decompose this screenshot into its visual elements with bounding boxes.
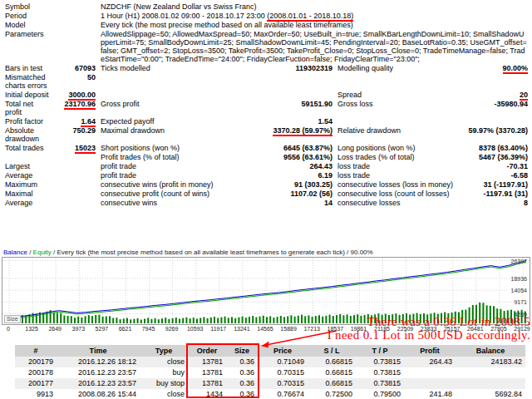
stat-label: Modelling quality (335, 63, 460, 72)
trade-cell: 241.48 (404, 389, 456, 399)
stats-row: ParametersAllowedSlippage=50; AllowedMax… (2, 29, 530, 63)
stat-label: Profit factor (2, 116, 52, 126)
stat-label: Loss trades (% of total) (335, 152, 460, 161)
stats-row: SymbolNZDCHF (New Zealand Dollar vs Swis… (2, 2, 530, 11)
x-tick: 17213 (303, 326, 319, 332)
trade-cell: 0.36 (226, 389, 258, 399)
stat-value: 8378 (63.40%) (460, 143, 530, 152)
stat-value: 119302319 (238, 63, 335, 72)
stat-value (335, 116, 460, 126)
size-label: Size (4, 315, 21, 323)
trade-cell: 0.76674 (258, 389, 308, 399)
stat-value: 90.00% (460, 63, 530, 72)
trade-cell: close (140, 357, 188, 367)
trade-cell: close (140, 389, 188, 399)
stat-value: NZDCHF (New Zealand Dollar vs Swiss Fran… (98, 2, 530, 11)
x-tick: 6621 (119, 326, 132, 332)
trade-cell: 5692.84 (456, 389, 525, 399)
trade-row[interactable]: 2001792016.12.26 18:12close137810.360.71… (15, 357, 525, 367)
stats-row: Largestprofit trade264.43loss trade-70.3… (2, 161, 530, 170)
stat-value (52, 161, 98, 170)
stat-label: Initial deposit (2, 90, 52, 99)
trade-cell: 200179 (15, 357, 57, 367)
stat-value: -70.31 (460, 161, 530, 170)
x-tick: 0 (7, 326, 10, 332)
trade-cell: 0.36 (226, 367, 258, 378)
stat-value: -1197.91 (31) (460, 189, 530, 198)
stat-label: Symbol (2, 2, 98, 11)
chart-subtitle: / Every tick (the most precise method ba… (52, 249, 373, 256)
trade-cell: 1434 (188, 389, 226, 399)
trade-cell: buy (140, 367, 188, 378)
x-tick: 5297 (96, 326, 109, 332)
x-tick: 10593 (187, 326, 203, 332)
trade-table: #TimeTypeOrderSizePriceS / LT / PProfitB… (15, 345, 525, 399)
trade-cell (456, 378, 525, 389)
stats-row: Averageprofit trade6.19loss trade-6.58 (2, 170, 530, 180)
stat-value: -6.58 (460, 170, 530, 180)
col-header-size: Size (226, 345, 258, 357)
legend-equity: Equity (33, 249, 52, 256)
trade-cell: 0.70315 (258, 378, 308, 389)
stat-label: Total trades (2, 143, 52, 152)
stat-value (238, 90, 335, 99)
stat-value (52, 189, 98, 198)
stat-value (2, 152, 52, 161)
col-header-#: # (15, 345, 57, 357)
stat-value: 31 (-1197.91) (460, 180, 530, 189)
col-header-sl: S / L (308, 345, 356, 357)
y-tick: 9171 (514, 299, 527, 305)
trade-cell (404, 378, 456, 389)
x-tick: 9269 (165, 326, 179, 332)
stat-value: 3370.28 (59.97%) (238, 126, 335, 143)
trade-cell: 0.36 (226, 357, 258, 367)
stat-value: 3000.00 (52, 90, 98, 99)
stat-value: 750.29 (52, 126, 98, 143)
legend-balance: Balance (3, 249, 27, 256)
col-header-profit: Profit (404, 345, 456, 357)
stats-row: Mismatched charts errors50 (2, 72, 530, 90)
stat-value: -35980.94 (460, 99, 530, 116)
stat-label: Short positions (won %) (98, 143, 238, 152)
stat-value: 20 (460, 90, 530, 99)
stat-label: consecutive losses (loss in money) (335, 180, 460, 189)
stat-value: 6645 (63.87%) (238, 143, 335, 152)
trade-row[interactable]: 2001782016.12.23 23:57buy137810.360.7031… (15, 367, 525, 378)
trade-cell: 0.66815 (308, 378, 356, 389)
stats-row: Period1 Hour (H1) 2008.01.02 09:00 - 201… (2, 11, 530, 20)
stats-row: Maximumconsecutive wins (profit in money… (2, 180, 530, 189)
stat-label: Largest (2, 161, 52, 170)
stats-row: Bars in test67093Ticks modelled119302319… (2, 63, 530, 72)
stat-value (52, 180, 98, 189)
stat-label: Spread (335, 90, 460, 99)
stat-label: Average (2, 198, 52, 207)
stat-value: 50 (52, 72, 98, 90)
trade-cell (404, 367, 456, 378)
col-header-balance: Balance (456, 345, 525, 357)
trade-cell: 9913 (15, 389, 57, 399)
stat-value: 59151.90 (238, 99, 335, 116)
stat-value: 1.64 (52, 116, 98, 126)
stat-label: Average (2, 170, 52, 180)
annotation-line1: There was a 0.36 Lot in 2008.5 (328, 315, 530, 328)
stat-label: Gross profit (98, 99, 238, 116)
trade-cell: buy stop (140, 378, 188, 389)
stat-value: 91 (303.25) (238, 180, 335, 189)
stat-label: Period (2, 11, 98, 20)
stat-value: 1 Hour (H1) 2008.01.02 09:00 - 2018.10.1… (98, 11, 530, 20)
stat-label: Ticks modelled (98, 63, 238, 72)
stats-row: Absolute drawdown750.29Maximal drawdown3… (2, 126, 530, 143)
col-header-price: Price (258, 345, 308, 357)
stat-value (98, 90, 238, 99)
col-header-type: Type (140, 345, 188, 357)
trade-row[interactable]: 2001772016.12.23 23:57buy stop137810.360… (15, 378, 525, 389)
x-tick: 3973 (72, 326, 86, 332)
chart-legend: Balance / Equity / Every tick (the most … (3, 249, 530, 257)
trade-row[interactable]: 99132008.08.26 15:44close14340.360.76674… (15, 389, 525, 399)
stat-label: loss trade (335, 170, 460, 180)
stat-label: Parameters (2, 29, 98, 63)
stat-value: 59.97% (3370.28) (460, 126, 530, 143)
stat-label: consecutive losses (335, 198, 460, 207)
trade-cell: 0.73815 (356, 357, 404, 367)
stat-label: loss trade (335, 161, 460, 170)
